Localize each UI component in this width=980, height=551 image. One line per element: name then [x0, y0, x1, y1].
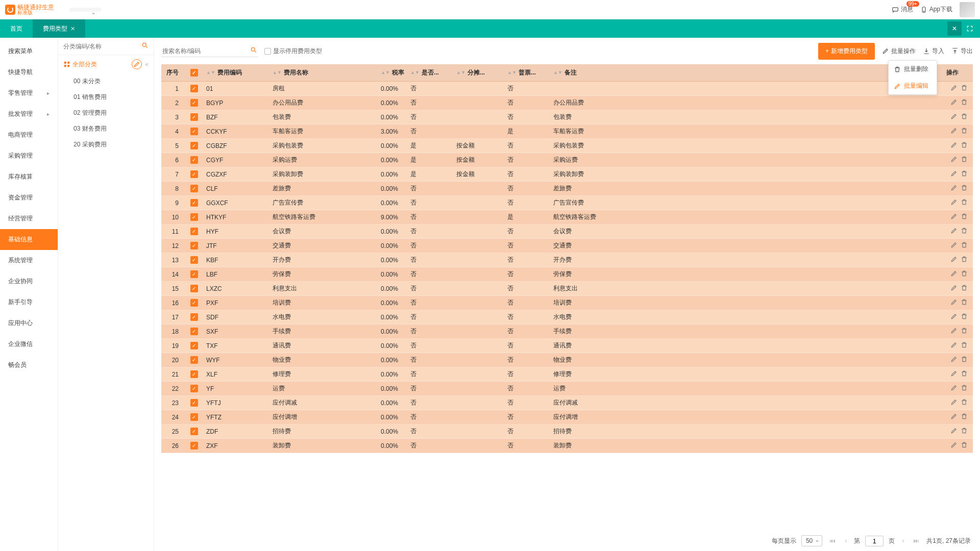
tab-close-all-button[interactable]: ✕ [947, 21, 962, 36]
row-delete-button[interactable] [961, 429, 968, 436]
row-checkbox[interactable]: ✓ [185, 210, 203, 224]
nav-item[interactable]: 电商管理 [0, 124, 58, 145]
app-download-button[interactable]: App下载 [920, 5, 952, 14]
category-item[interactable]: 20 采购费用 [70, 137, 154, 153]
row-delete-button[interactable] [961, 443, 968, 450]
row-checkbox[interactable]: ✓ [185, 196, 203, 210]
row-delete-button[interactable] [961, 200, 968, 207]
row-edit-button[interactable] [950, 229, 958, 236]
row-checkbox[interactable]: ✓ [185, 424, 203, 439]
row-checkbox[interactable]: ✓ [185, 439, 203, 453]
col-bool2[interactable]: ▲▼普票... [504, 64, 550, 82]
row-delete-button[interactable] [961, 243, 968, 250]
app-selector[interactable] [69, 8, 101, 12]
row-checkbox[interactable]: ✓ [185, 353, 203, 367]
row-checkbox[interactable]: ✓ [185, 110, 203, 124]
batch-edit-item[interactable]: 批量编辑 [889, 78, 937, 94]
row-delete-button[interactable] [961, 186, 968, 193]
row-delete-button[interactable] [961, 143, 968, 150]
search-icon[interactable] [141, 42, 149, 51]
row-checkbox[interactable]: ✓ [185, 224, 203, 239]
row-checkbox[interactable]: ✓ [185, 382, 203, 396]
nav-item[interactable]: 企业协同 [0, 271, 58, 292]
row-edit-button[interactable] [950, 243, 958, 250]
page-input[interactable] [865, 536, 884, 546]
tab-expense-type[interactable]: 费用类型 ✕ [33, 19, 85, 38]
user-avatar[interactable] [960, 2, 975, 17]
row-edit-button[interactable] [950, 257, 958, 264]
row-edit-button[interactable] [950, 186, 958, 193]
row-delete-button[interactable] [961, 100, 968, 107]
row-checkbox[interactable]: ✓ [185, 153, 203, 167]
row-edit-button[interactable] [950, 271, 958, 279]
batch-button[interactable]: 批量操作 [882, 47, 916, 56]
close-icon[interactable]: ✕ [70, 26, 75, 32]
nav-item[interactable]: 应用中心 [0, 313, 58, 334]
row-delete-button[interactable] [961, 329, 968, 336]
next-page-button[interactable]: › [900, 536, 906, 545]
row-edit-button[interactable] [950, 143, 958, 150]
row-checkbox[interactable]: ✓ [185, 182, 203, 196]
row-checkbox[interactable]: ✓ [185, 310, 203, 324]
row-delete-button[interactable] [961, 271, 968, 279]
nav-item[interactable]: 批发管理▸ [0, 104, 58, 124]
row-edit-button[interactable] [950, 443, 958, 450]
per-page-select[interactable]: 50 [801, 535, 822, 546]
row-delete-button[interactable] [961, 343, 968, 350]
nav-item[interactable]: 搜索菜单 [0, 41, 58, 62]
row-edit-button[interactable] [950, 100, 958, 107]
category-search-input[interactable] [63, 43, 141, 50]
col-alloc[interactable]: ▲▼分摊... [453, 64, 504, 82]
row-delete-button[interactable] [961, 300, 968, 307]
row-edit-button[interactable] [950, 400, 958, 407]
row-edit-button[interactable] [950, 114, 958, 121]
nav-item[interactable]: 企业微信 [0, 334, 58, 355]
import-button[interactable]: 导入 [923, 47, 944, 56]
row-edit-button[interactable] [950, 286, 958, 293]
row-edit-button[interactable] [950, 314, 958, 321]
col-code[interactable]: ▲▼费用编码 [203, 64, 270, 82]
row-edit-button[interactable] [950, 343, 958, 350]
prev-page-button[interactable]: ‹ [843, 536, 849, 545]
row-checkbox[interactable]: ✓ [185, 96, 203, 110]
search-input[interactable] [161, 45, 258, 57]
nav-item[interactable]: 快捷导航 [0, 62, 58, 83]
messages-button[interactable]: 消息 99+ [892, 5, 913, 14]
row-edit-button[interactable] [950, 429, 958, 436]
nav-item[interactable]: 经营管理 [0, 208, 58, 229]
row-delete-button[interactable] [961, 414, 968, 421]
row-edit-button[interactable] [950, 386, 958, 393]
col-bool1[interactable]: ▲▼是否... [407, 64, 453, 82]
nav-item[interactable]: 基础信息 [0, 229, 58, 250]
nav-item[interactable]: 资金管理 [0, 187, 58, 208]
export-button[interactable]: 导出 [951, 47, 973, 56]
row-delete-button[interactable] [961, 314, 968, 321]
category-item[interactable]: 00 未分类 [70, 73, 154, 89]
category-all[interactable]: 全部分类 [63, 60, 129, 69]
row-edit-button[interactable] [950, 300, 958, 307]
row-checkbox[interactable]: ✓ [185, 82, 203, 96]
collapse-panel-button[interactable]: « [145, 61, 149, 68]
row-delete-button[interactable] [961, 400, 968, 407]
row-delete-button[interactable] [961, 214, 968, 221]
row-edit-button[interactable] [950, 129, 958, 136]
row-edit-button[interactable] [950, 86, 958, 93]
row-delete-button[interactable] [961, 257, 968, 264]
nav-item[interactable]: 畅会员 [0, 355, 58, 375]
category-item[interactable]: 01 销售费用 [70, 89, 154, 105]
row-delete-button[interactable] [961, 286, 968, 293]
row-checkbox[interactable]: ✓ [185, 167, 203, 182]
nav-item[interactable]: 库存核算 [0, 166, 58, 187]
row-edit-button[interactable] [950, 371, 958, 379]
row-edit-button[interactable] [950, 414, 958, 421]
row-edit-button[interactable] [950, 357, 958, 364]
search-icon[interactable] [250, 46, 257, 55]
row-edit-button[interactable] [950, 157, 958, 164]
tab-home[interactable]: 首页 [0, 19, 33, 38]
row-delete-button[interactable] [961, 171, 968, 179]
row-delete-button[interactable] [961, 386, 968, 393]
row-delete-button[interactable] [961, 229, 968, 236]
row-checkbox[interactable]: ✓ [185, 124, 203, 139]
row-edit-button[interactable] [950, 200, 958, 207]
row-edit-button[interactable] [950, 329, 958, 336]
